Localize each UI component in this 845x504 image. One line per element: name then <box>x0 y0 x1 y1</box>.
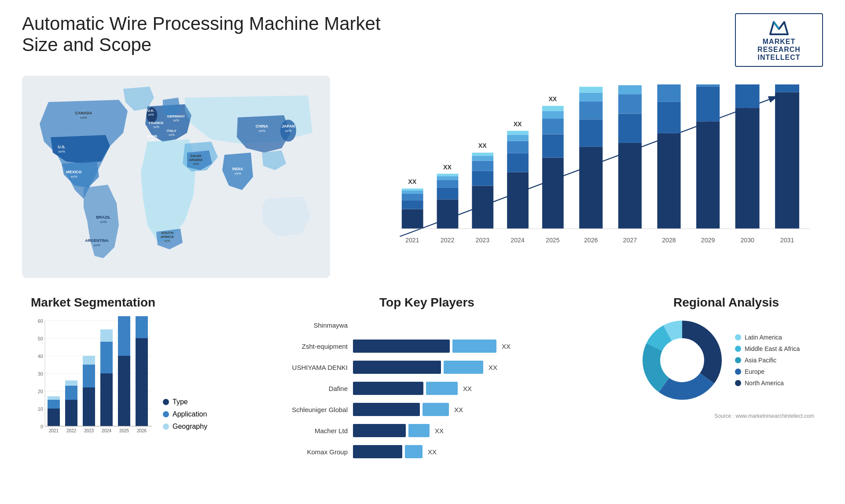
player-komax: Komax Group XX <box>251 445 603 458</box>
mea-label: Middle East & Africa <box>745 345 800 352</box>
svg-point-156 <box>662 340 702 380</box>
svg-rect-54 <box>472 156 493 161</box>
svg-text:XX: XX <box>443 164 452 171</box>
svg-text:10: 10 <box>38 406 43 412</box>
svg-text:xx%: xx% <box>285 129 291 133</box>
svg-text:2023: 2023 <box>476 237 490 244</box>
player-bar-area: XX <box>353 361 603 374</box>
europe-label: Europe <box>745 368 764 375</box>
svg-text:XX: XX <box>408 178 416 185</box>
player-name: Macher Ltd <box>251 427 348 435</box>
player-name: Schleuniger Global <box>251 406 348 413</box>
player-bar-light <box>408 424 430 437</box>
svg-rect-85 <box>657 133 680 229</box>
svg-rect-59 <box>507 153 529 172</box>
svg-text:xx%: xx% <box>173 119 179 122</box>
legend-app-label: Application <box>173 410 207 418</box>
svg-text:2021: 2021 <box>405 237 419 244</box>
legend-europe: Europe <box>735 368 800 375</box>
svg-text:xx%: xx% <box>58 150 65 153</box>
svg-text:BRAZIL: BRAZIL <box>96 215 111 219</box>
svg-rect-65 <box>542 158 564 229</box>
top-section: CANADA xx% U.S. xx% MEXICO xx% BRAZIL xx… <box>22 76 823 278</box>
legend-north-america: North America <box>735 380 800 387</box>
svg-rect-145 <box>136 338 148 426</box>
svg-rect-38 <box>402 200 423 209</box>
svg-text:ITALY: ITALY <box>167 129 176 133</box>
svg-text:50: 50 <box>38 336 43 341</box>
svg-text:xx%: xx% <box>234 172 241 175</box>
europe-dot <box>735 369 741 375</box>
svg-rect-126 <box>48 400 60 409</box>
svg-text:JAPAN: JAPAN <box>282 124 295 128</box>
svg-rect-81 <box>618 94 642 113</box>
svg-rect-75 <box>579 93 603 102</box>
player-value: XX <box>428 448 437 456</box>
mea-dot <box>735 346 741 352</box>
svg-text:GERMANY: GERMANY <box>167 114 186 118</box>
svg-text:CHINA: CHINA <box>256 124 268 128</box>
svg-text:ARABIA: ARABIA <box>189 158 202 162</box>
svg-text:2024: 2024 <box>102 428 112 433</box>
svg-rect-129 <box>65 400 77 426</box>
svg-text:2025: 2025 <box>546 237 560 244</box>
segmentation-title: Market Segmentation <box>31 296 216 310</box>
legend-application: Application <box>163 410 207 418</box>
svg-rect-103 <box>775 92 799 229</box>
player-value: XX <box>463 385 472 392</box>
north-america-label: North America <box>745 380 784 387</box>
svg-rect-44 <box>437 199 459 228</box>
svg-rect-72 <box>579 147 603 229</box>
legend-latin-america: Latin America <box>735 334 800 341</box>
svg-rect-62 <box>507 131 529 135</box>
svg-rect-47 <box>437 176 459 180</box>
player-macher: Macher Ltd XX <box>251 424 603 437</box>
svg-text:SPAIN: SPAIN <box>147 134 157 138</box>
svg-text:XX: XX <box>514 121 522 128</box>
player-shinmaywa: Shinmaywa <box>251 318 603 332</box>
svg-text:SOUTH: SOUTH <box>161 231 173 235</box>
svg-text:2022: 2022 <box>441 237 455 244</box>
svg-rect-51 <box>472 186 493 229</box>
svg-text:INDIA: INDIA <box>232 167 243 171</box>
svg-text:0: 0 <box>40 424 43 429</box>
svg-rect-46 <box>437 180 459 188</box>
svg-text:xx%: xx% <box>100 220 107 224</box>
player-bar-area <box>353 318 603 332</box>
canada-label: CANADA <box>75 111 92 115</box>
player-value: XX <box>502 343 511 350</box>
svg-rect-91 <box>696 121 720 229</box>
main-container: Automatic Wire Processing Machine Market… <box>0 0 845 504</box>
player-ushiyama: USHIYAMA DENKI XX <box>251 361 603 374</box>
svg-text:XX: XX <box>548 95 557 102</box>
player-bar-light <box>452 340 496 353</box>
donut-chart <box>638 316 726 404</box>
svg-text:2029: 2029 <box>701 237 715 244</box>
legend-asia-pacific: Asia Pacific <box>735 357 800 364</box>
source-text: Source : www.marketresearchintellect.com <box>638 413 814 419</box>
svg-text:20: 20 <box>38 389 43 394</box>
legend-geo-dot <box>163 424 169 430</box>
svg-text:2026: 2026 <box>584 237 598 244</box>
key-players-section: Top Key Players Shinmaywa Zsht-equipment… <box>238 291 616 467</box>
segmentation-legend: Type Application Geography <box>163 398 207 439</box>
svg-text:ARGENTINA: ARGENTINA <box>85 238 109 243</box>
svg-text:SAUDI: SAUDI <box>191 154 202 158</box>
svg-text:60: 60 <box>38 318 43 324</box>
key-players-title: Top Key Players <box>251 296 603 310</box>
svg-rect-97 <box>735 108 760 229</box>
svg-rect-135 <box>83 356 95 365</box>
svg-rect-48 <box>437 174 459 176</box>
svg-text:30: 30 <box>38 371 43 376</box>
player-name: Komax Group <box>251 448 348 456</box>
svg-text:U.K.: U.K. <box>147 109 154 113</box>
svg-rect-76 <box>579 87 603 92</box>
player-bar-light <box>444 361 483 374</box>
svg-rect-52 <box>472 171 493 186</box>
svg-text:2022: 2022 <box>66 428 77 433</box>
logo-text-market: MARKET <box>763 38 795 46</box>
legend-mea: Middle East & Africa <box>735 345 800 352</box>
player-bar-light <box>422 403 449 416</box>
player-bar-area: XX <box>353 382 603 395</box>
svg-rect-80 <box>618 113 642 142</box>
